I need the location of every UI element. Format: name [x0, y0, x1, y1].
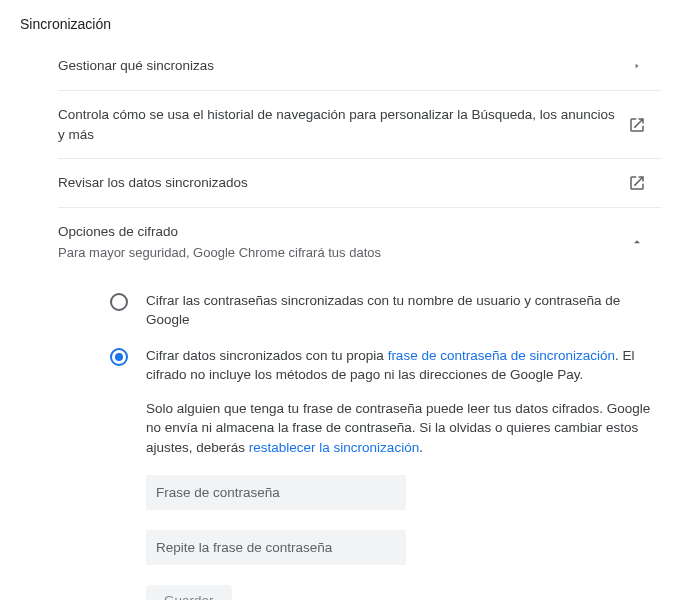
opt2-text-a: Cifrar datos sincronizados con tu propia	[146, 348, 388, 363]
row-history-label: Controla cómo se usa el historial de nav…	[58, 105, 627, 144]
row-encryption-text: Opciones de cifrado Para mayor seguridad…	[58, 222, 627, 262]
row-encryption-label: Opciones de cifrado	[58, 222, 615, 242]
chevron-up-icon	[627, 232, 647, 252]
radio-google-label: Cifrar las contraseñas sincronizadas con…	[146, 291, 655, 330]
row-review-label: Revisar los datos sincronizados	[58, 173, 627, 193]
info-text-b: .	[419, 440, 423, 455]
row-encryption-sub: Para mayor seguridad, Google Chrome cifr…	[58, 244, 615, 263]
row-history-control[interactable]: Controla cómo se usa el historial de nav…	[58, 91, 661, 159]
open-external-icon	[627, 173, 647, 193]
passphrase-inputs	[146, 475, 675, 565]
open-external-icon	[627, 115, 647, 135]
radio-google-credentials[interactable]	[110, 293, 128, 311]
passphrase-repeat-input[interactable]	[146, 530, 406, 565]
row-manage-sync[interactable]: Gestionar qué sincronizas	[58, 42, 661, 91]
radio-row-google-credentials[interactable]: Cifrar las contraseñas sincronizadas con…	[110, 283, 655, 338]
row-manage-label: Gestionar qué sincronizas	[58, 56, 627, 76]
passphrase-info-text: Solo alguien que tenga tu frase de contr…	[146, 399, 655, 458]
chevron-right-icon	[627, 56, 647, 76]
radio-passphrase[interactable]	[110, 348, 128, 366]
row-review-synced-data[interactable]: Revisar los datos sincronizados	[58, 159, 661, 208]
section-title: Sincronización	[0, 0, 675, 42]
save-button[interactable]: Guardar	[146, 585, 232, 600]
reset-sync-link[interactable]: restablecer la sincronización	[249, 440, 419, 455]
radio-passphrase-label: Cifrar datos sincronizados con tu propia…	[146, 346, 655, 385]
sync-passphrase-link[interactable]: frase de contraseña de sincronización	[388, 348, 615, 363]
radio-row-passphrase[interactable]: Cifrar datos sincronizados con tu propia…	[110, 338, 655, 393]
row-encryption-options[interactable]: Opciones de cifrado Para mayor seguridad…	[58, 208, 661, 276]
passphrase-input[interactable]	[146, 475, 406, 510]
encryption-radio-group: Cifrar las contraseñas sincronizadas con…	[110, 283, 655, 393]
